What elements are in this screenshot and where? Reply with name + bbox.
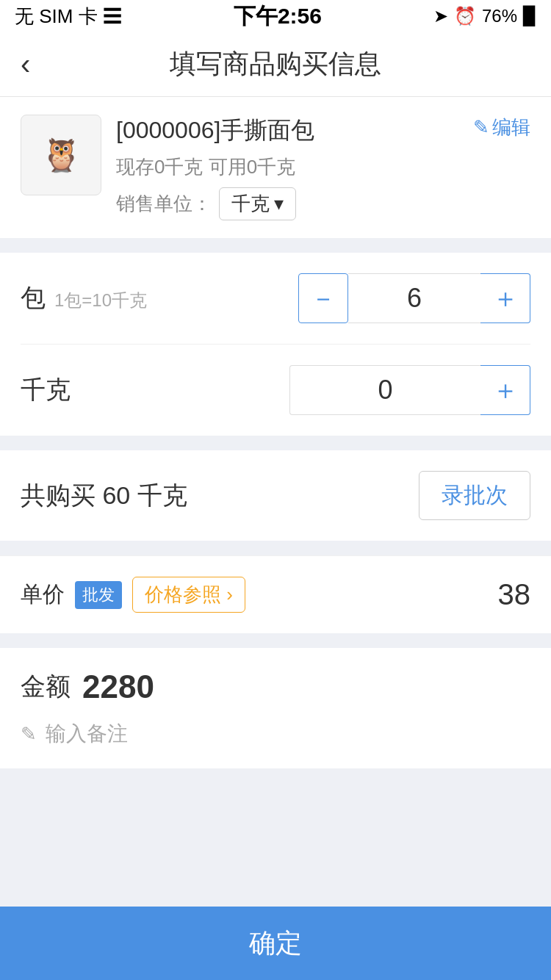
bao-increment-button[interactable]: ＋ <box>480 273 530 323</box>
status-bar: 无 SIM 卡 ☰ 下午2:56 ➤ ⏰ 76% ▉ <box>0 0 551 32</box>
product-info: [0000006]手撕面包 ✎ 编辑 现存0千克 可用0千克 销售单位： 千克 … <box>116 115 530 220</box>
battery-level: 76% <box>482 6 517 26</box>
remark-placeholder: 输入备注 <box>46 720 128 748</box>
edit-button[interactable]: ✎ 编辑 <box>473 115 530 140</box>
form-row-kg: 千克 ＋ <box>21 345 530 436</box>
product-thumbnail: 🦉 <box>21 115 101 195</box>
price-value: 38 <box>498 578 531 611</box>
price-label: 单价 批发 价格参照 › <box>21 577 245 613</box>
price-tag: 批发 <box>75 581 122 609</box>
form-row-bao: 包 1包=10千克 － ＋ <box>21 253 530 345</box>
product-card: 🦉 [0000006]手撕面包 ✎ 编辑 现存0千克 可用0千克 销售单位： 千… <box>0 97 551 238</box>
total-label: 共购买 60 千克 <box>21 479 187 513</box>
price-ref-button[interactable]: 价格参照 › <box>132 577 245 613</box>
bao-controls: － ＋ <box>298 273 530 323</box>
product-unit-row: 销售单位： 千克 ▾ <box>116 187 530 220</box>
product-thumb-icon: 🦉 <box>41 136 82 174</box>
amount-section: 金额 2280 ✎ 输入备注 <box>0 633 551 768</box>
section-gap-2 <box>0 436 551 450</box>
nav-bar: ‹ 填写商品购买信息 <box>0 32 551 97</box>
spacer <box>0 768 551 907</box>
kg-controls: ＋ <box>289 365 530 415</box>
section-gap-3 <box>0 541 551 555</box>
status-right: ➤ ⏰ 76% ▉ <box>433 6 536 26</box>
kg-increment-button[interactable]: ＋ <box>480 365 530 415</box>
section-gap-1 <box>0 238 551 253</box>
bao-label-sub: 1包=10千克 <box>54 289 147 312</box>
form-section: 包 1包=10千克 － ＋ 千克 ＋ <box>0 253 551 436</box>
back-button[interactable]: ‹ <box>21 48 30 81</box>
status-left: 无 SIM 卡 ☰ <box>15 4 122 29</box>
kg-quantity-input[interactable] <box>289 365 480 415</box>
product-name: [0000006]手撕面包 <box>116 115 314 147</box>
amount-label: 金额 <box>21 670 71 704</box>
unit-selector[interactable]: 千克 ▾ <box>219 187 296 220</box>
batch-button[interactable]: 录批次 <box>419 471 530 520</box>
page-title: 填写商品购买信息 <box>170 46 381 82</box>
remark-row[interactable]: ✎ 输入备注 <box>21 720 530 748</box>
unit-label: 销售单位： <box>116 191 212 217</box>
price-label-text: 单价 <box>21 580 65 610</box>
content-area: 🦉 [0000006]手撕面包 ✎ 编辑 现存0千克 可用0千克 销售单位： 千… <box>0 97 551 980</box>
unit-value: 千克 <box>231 191 270 217</box>
confirm-button[interactable]: 确定 <box>0 907 551 980</box>
bao-label-text: 包 <box>21 281 46 315</box>
sim-status: 无 SIM 卡 ☰ <box>15 4 122 29</box>
edit-icon: ✎ <box>473 116 489 139</box>
bao-label: 包 1包=10千克 <box>21 281 147 315</box>
bao-decrement-button[interactable]: － <box>298 273 348 323</box>
product-info-header: [0000006]手撕面包 ✎ 编辑 <box>116 115 530 147</box>
edit-label: 编辑 <box>492 115 530 140</box>
bao-quantity-input[interactable] <box>348 273 480 323</box>
kg-label: 千克 <box>21 373 71 407</box>
chevron-down-icon: ▾ <box>274 192 284 215</box>
kg-label-text: 千克 <box>21 373 71 407</box>
price-section: 单价 批发 价格参照 › 38 <box>0 555 551 633</box>
pencil-icon: ✎ <box>21 723 37 746</box>
status-time: 下午2:56 <box>234 1 322 32</box>
amount-row: 金额 2280 <box>21 669 530 705</box>
product-stock: 现存0千克 可用0千克 <box>116 154 530 180</box>
alarm-icon: ⏰ <box>454 6 476 26</box>
battery-icon: ▉ <box>523 6 536 26</box>
total-row: 共购买 60 千克 录批次 <box>0 450 551 541</box>
amount-value: 2280 <box>82 669 154 705</box>
location-icon: ➤ <box>433 6 448 26</box>
